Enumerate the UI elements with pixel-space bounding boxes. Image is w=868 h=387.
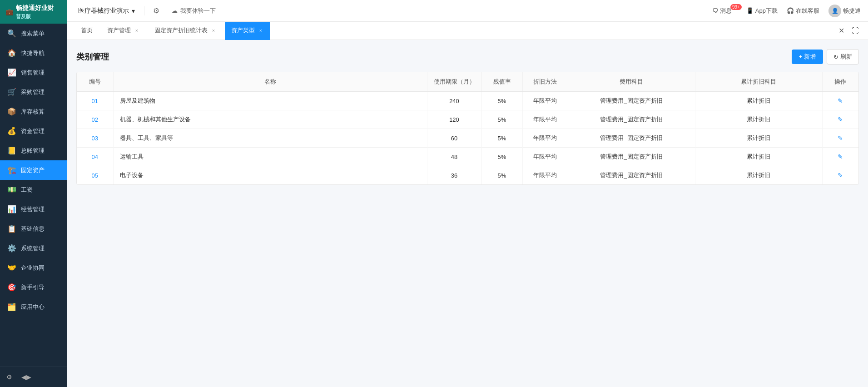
guide-icon: 🎯 [7,283,16,292]
module-settings-button[interactable]: ⚙ [150,5,163,17]
row-expense-01: 管理费用_固定资产折旧 [568,92,695,110]
row-id-04[interactable]: 04 [77,148,113,166]
app-download[interactable]: 📱 App下载 [746,7,778,15]
row-method-05: 年限平均 [522,166,568,185]
app-logo: 💼 畅捷通好业财 普及版 [0,0,67,24]
notifications-label: 消息 [720,7,732,15]
sidebar-item-collab[interactable]: 🤝 企业协同 [0,258,67,278]
collab-icon: 🤝 [7,263,16,272]
row-name-03: 器具、工具、家具等 [113,129,427,148]
sidebar-item-fixed[interactable]: 🏗️ 固定资产 [0,160,67,180]
tab-fixed-depreciation-close[interactable]: × [210,27,217,34]
topbar-divider [144,6,144,15]
notifications[interactable]: 🗨 消息 99+ [712,7,737,15]
col-header-id: 编号 [77,72,113,92]
edit-button-03[interactable]: ✎ [838,134,843,142]
tab-asset-type-close[interactable]: × [258,27,264,34]
phone-icon: 📱 [746,7,754,14]
row-id-02[interactable]: 02 [77,110,113,129]
sidebar-item-basicinfo[interactable]: 📋 基础信息 [0,219,67,238]
edit-button-04[interactable]: ✎ [838,153,843,160]
data-table: 编号 名称 使用期限（月） 残值率 折旧方法 费用科目 累计折旧科目 操作 01… [76,72,859,185]
row-name-02: 机器、机械和其他生产设备 [113,110,427,129]
collapse-button[interactable]: ◀▶ [20,372,33,382]
try-experience[interactable]: ☁ 我要体验一下 [168,5,219,17]
tab-asset-type[interactable]: 资产类型 × [225,22,270,40]
online-service[interactable]: 🎧 在线客服 [787,7,819,15]
topbar-right: 🗨 消息 99+ 📱 App下载 🎧 在线客服 👤 畅捷通 [712,5,861,17]
table-header-row: 编号 名称 使用期限（月） 残值率 折旧方法 费用科目 累计折旧科目 操作 [77,72,858,92]
col-header-action: 操作 [822,72,858,92]
table-row: 04 运输工具 48 5% 年限平均 管理费用_固定资产折旧 累计折旧 ✎ [77,148,858,166]
row-method-04: 年限平均 [522,148,568,166]
user-account[interactable]: 👤 畅捷通 [828,5,861,17]
row-id-05[interactable]: 05 [77,166,113,185]
sidebar-nav: 🔍 搜索菜单 🏠 快捷导航 📈 销售管理 🛒 采购管理 📦 库存核算 💰 资金管… [0,24,67,367]
sidebar-item-sales[interactable]: 📈 销售管理 [0,63,67,82]
row-period-01: 240 [427,92,481,110]
ledger-icon: 📒 [7,146,16,155]
refresh-button[interactable]: ↻ 刷新 [827,49,859,64]
row-action-02[interactable]: ✎ [822,110,858,129]
refresh-icon: ↻ [833,54,838,60]
sidebar-item-guide[interactable]: 🎯 新手引导 [0,278,67,297]
tab-home-label: 首页 [81,26,93,35]
sidebar-item-label: 企业协同 [21,264,45,272]
col-header-method: 折旧方法 [522,72,568,92]
close-tab-button[interactable]: ✕ [837,25,846,37]
sales-icon: 📈 [7,68,16,77]
sidebar-item-capital[interactable]: 💰 资金管理 [0,121,67,141]
maximize-button[interactable]: ⛶ [850,25,861,37]
sidebar-item-purchase[interactable]: 🛒 采购管理 [0,82,67,102]
sidebar-item-system[interactable]: ⚙️ 系统管理 [0,238,67,258]
page-content: 类别管理 + 新增 ↻ 刷新 编号 名称 使用期限（月） 残值率 折旧方法 [67,40,868,387]
col-header-period: 使用期限（月） [427,72,481,92]
sidebar-item-payroll[interactable]: 💵 工资 [0,180,67,199]
settings-button[interactable]: ⚙ [5,372,14,382]
sidebar-item-operations[interactable]: 📊 经营管理 [0,199,67,219]
table-row: 01 房屋及建筑物 240 5% 年限平均 管理费用_固定资产折旧 累计折旧 ✎ [77,92,858,110]
tabs-right-controls: ✕ ⛶ [837,25,861,37]
tab-home[interactable]: 首页 [74,22,99,40]
sidebar-item-ledger[interactable]: 📒 总账管理 [0,141,67,160]
edit-button-01[interactable]: ✎ [838,97,843,104]
edit-button-05[interactable]: ✎ [838,172,843,179]
notifications-badge: 99+ [730,4,742,10]
home-icon: 🏠 [7,49,16,57]
sidebar-item-inventory[interactable]: 📦 库存核算 [0,102,67,121]
tab-fixed-depreciation[interactable]: 固定资产折旧统计表 × [148,22,223,40]
tab-asset-type-label: 资产类型 [231,26,255,35]
row-action-01[interactable]: ✎ [822,92,858,110]
module-name: 医疗器械行业演示 [78,7,129,15]
row-accumulation-02: 累计折旧 [695,110,822,129]
edit-button-02[interactable]: ✎ [838,116,843,123]
tab-asset-mgmt-close[interactable]: × [134,27,140,34]
row-expense-02: 管理费用_固定资产折旧 [568,110,695,129]
sidebar-item-search[interactable]: 🔍 搜索菜单 [0,24,67,43]
cloud-icon: ☁ [172,7,178,14]
dropdown-icon: ▾ [132,7,135,15]
row-expense-05: 管理费用_固定资产折旧 [568,166,695,185]
row-action-05[interactable]: ✎ [822,166,858,185]
row-name-05: 电子设备 [113,166,427,185]
tab-asset-mgmt[interactable]: 资产管理 × [101,22,146,40]
new-button[interactable]: + 新增 [792,50,823,64]
row-id-01[interactable]: 01 [77,92,113,110]
row-method-03: 年限平均 [522,129,568,148]
sidebar-item-label: 新手引导 [21,283,45,292]
notification-icon: 🗨 [712,7,718,14]
row-action-03[interactable]: ✎ [822,129,858,148]
sidebar-item-label: 采购管理 [21,88,45,96]
sidebar-item-apps[interactable]: 🗂️ 应用中心 [0,297,67,317]
online-service-label: 在线客服 [796,7,819,15]
row-action-04[interactable]: ✎ [822,148,858,166]
row-id-03[interactable]: 03 [77,129,113,148]
inventory-icon: 📦 [7,107,16,116]
row-expense-04: 管理费用_固定资产折旧 [568,148,695,166]
module-selector[interactable]: 医疗器械行业演示 ▾ [74,5,139,17]
sidebar-item-quicknav[interactable]: 🏠 快捷导航 [0,43,67,63]
sidebar-item-label: 工资 [21,186,33,194]
sidebar-item-label: 基础信息 [21,225,45,233]
capital-icon: 💰 [7,127,16,135]
row-period-03: 60 [427,129,481,148]
